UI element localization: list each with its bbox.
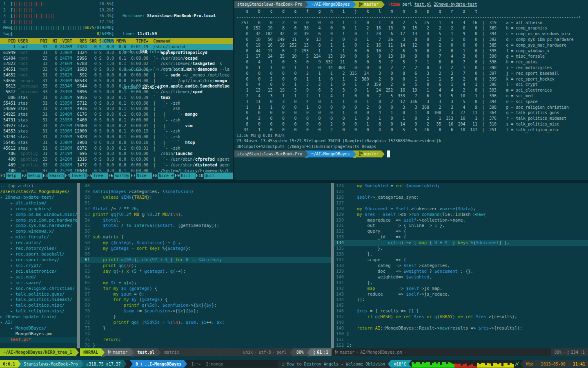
process-row[interactable]: 53294 stas 31 0 2395M 5828 0 S 0.0 0.1 0… (0, 134, 233, 140)
chevron-down-icon[interactable]: ▾ (0, 320, 5, 325)
tree-item[interactable]: ▸ sci.med/ (0, 274, 77, 280)
process-row[interactable]: 486 _spotlig 31 0 2419M 696 0 S 0.0 0.0 … (0, 151, 233, 157)
powerline-arrow-left (388, 360, 391, 368)
editor-left-pane[interactable]: 4849matrix($bayes->categories, \%confusi… (80, 183, 331, 348)
tree-item[interactable]: ▸ comp.sys.mac.hardware/ (0, 223, 77, 229)
tree-item[interactable]: ▸ 20news-bydate-train/ (0, 314, 77, 320)
htop-pane[interactable]: 1 [||||||||||||| 28.5%]2 [||||||||| 19.2… (0, 0, 233, 180)
tree-item[interactable]: ▸ talk.politics.guns/ (0, 292, 77, 297)
fkey-button-nice-[interactable]: Nice - (136, 173, 152, 179)
tree-item[interactable]: ▸ talk.politics.misc/ (0, 303, 77, 308)
tree-item[interactable]: ▸ MongoDBayes/ (0, 325, 77, 331)
process-row[interactable]: 54925 stas 31 0 2948M 6176 0 S 0.0 0.1 0… (0, 112, 233, 117)
chevron-right-icon[interactable]: ▸ (10, 297, 16, 302)
pane-divider-horizontal[interactable] (0, 180, 588, 183)
vim-pane[interactable]: .. (up a dir)/Users/stas/AI-MongoDBayes/… (0, 183, 588, 356)
tmux-other-windows[interactable]: 1:~- 2:mongo (187, 360, 226, 368)
tree-item[interactable]: MongoDBayes.pm (0, 331, 77, 337)
tree-item[interactable]: ▸ soc.religion.christian/ (0, 286, 77, 292)
process-row[interactable]: 54553 stas 31 0 2396M 12000 0 S 0.0 0.1 … (0, 128, 233, 134)
tree-item[interactable]: ▸ rec.sport.baseball/ (0, 251, 77, 257)
tree-item[interactable]: ▸ rec.autos/ (0, 240, 77, 246)
tree-item[interactable]: ▸ rec.sport.hockey/ (0, 257, 77, 263)
tree-up-dir[interactable]: .. (up a dir) (0, 183, 77, 189)
chevron-right-icon[interactable]: ▸ (10, 251, 16, 256)
code-line: 130 mapreduce => $self->collection->name… (334, 218, 588, 223)
chevron-right-icon[interactable]: ▸ (0, 314, 5, 319)
chevron-right-icon[interactable]: ▸ (10, 200, 16, 205)
process-row[interactable]: 489 _spotlig 33 0 2438M 1472 0 S 0.0 0.0… (0, 162, 233, 168)
chevron-right-icon[interactable]: ▸ (10, 325, 16, 330)
fkey-button-search[interactable]: Search (48, 173, 65, 179)
tree-item[interactable]: ▸ comp.graphics/ (0, 206, 77, 212)
chevron-down-icon[interactable]: ▾ (0, 195, 5, 200)
tree-item[interactable]: ▸ talk.religion.misc/ (0, 308, 77, 314)
chevron-right-icon[interactable]: ▸ (10, 234, 16, 239)
code-line: 65 my $i = q(a); (80, 280, 331, 286)
chevron-right-icon[interactable]: ▸ (10, 292, 16, 296)
chevron-right-icon[interactable]: ▸ (10, 212, 16, 217)
chevron-right-icon[interactable]: ▸ (10, 280, 16, 285)
fkey-button-kill[interactable]: Kill (180, 173, 196, 179)
fkey-button-setup[interactable]: Setup (27, 173, 42, 179)
fkey-button-tree[interactable]: Tree (92, 173, 108, 179)
fkey-button-nice+[interactable]: Nice + (158, 173, 174, 179)
chevron-right-icon[interactable]: ▸ (10, 223, 16, 228)
fkey-button-quit[interactable]: Quit (204, 173, 233, 179)
vim-window-separator[interactable] (331, 183, 334, 348)
shell-pane[interactable]: stas@Stanislaws-MacBook-Pro~/AI-MongoDBa… (234, 0, 588, 180)
tree-item[interactable]: test.pl* (0, 337, 77, 343)
process-row[interactable]: 54869 stas 31 0 2394M 4936 0 S 0.0 0.1 0… (0, 106, 233, 112)
chevron-right-icon[interactable]: ▸ (10, 229, 16, 233)
process-row[interactable]: 54731 stas 31 0 2395M 5460 0 S 0.0 0.1 0… (0, 117, 233, 123)
text-cursor[interactable] (387, 150, 390, 157)
tmux-active-window-tab[interactable]: 0⟩..I-MongoDBayes (133, 360, 184, 368)
date-time-widget: Wed ‹ 2013-05-08 ‹ 11:41 (523, 360, 588, 368)
process-row[interactable]: 490 _spotlig 33 0 2420M 1316 0 S 0.0 0.0… (0, 157, 233, 162)
tree-root-path[interactable]: /Users/stas/AI-MongoDBayes/ (0, 189, 77, 195)
tree-item[interactable]: ▾ 20news-bydate-test/ (0, 195, 77, 200)
tree-item[interactable]: ▸ sci.electronics/ (0, 269, 77, 274)
hostname-label: Hostname: (122, 13, 147, 18)
chevron-right-icon[interactable]: ▸ (10, 263, 16, 268)
tree-item[interactable]: ▸ sci.crypt/ (0, 263, 77, 269)
chevron-right-icon[interactable]: ▸ (10, 257, 16, 262)
chevron-right-icon[interactable]: ▸ (10, 240, 16, 245)
editor-right-pane[interactable]: 124 my $weighted = not $nonweighted;1251… (334, 183, 588, 348)
tree-item[interactable]: ▸ comp.os.ms-windows.misc/ (0, 212, 77, 218)
tree-item[interactable]: ▸ comp.windows.x/ (0, 229, 77, 234)
fkey-button-help[interactable]: Help (6, 173, 21, 179)
nerdtree-pane[interactable]: .. (up a dir)/Users/stas/AI-MongoDBayes/… (0, 183, 77, 348)
chevron-right-icon[interactable]: ▸ (10, 274, 16, 279)
code-line: 143 reduce => $self->js_reduce, (334, 292, 588, 297)
chevron-right-icon[interactable]: ▸ (10, 303, 16, 307)
chevron-right-icon[interactable]: ▸ (10, 269, 16, 274)
chevron-right-icon[interactable]: ▸ (10, 246, 16, 251)
tree-item[interactable]: ▸ rec.motorcycles/ (0, 246, 77, 251)
weekday: Wed (526, 362, 533, 366)
chevron-right-icon[interactable]: ▸ (10, 286, 16, 291)
chevron-right-icon[interactable]: ▸ (10, 308, 16, 313)
process-row[interactable]: 45612 stas 31 0 2396M 8372 0 S 0.0 0.1 0… (0, 146, 233, 151)
process-row[interactable]: 55495 stas 31 0 2390M 2908 0 C 0.0 0.0 0… (0, 140, 233, 146)
tree-item[interactable]: ▾ AI/ (0, 320, 77, 325)
tree-item[interactable]: ▸ alt.atheism/ (0, 200, 77, 206)
tree-item[interactable]: ▸ talk.politics.mideast/ (0, 297, 77, 303)
load-1: 1.14 (157, 67, 169, 72)
upload-rate: ⇈17.37 (106, 362, 121, 366)
code-line: 132 query => { (334, 229, 588, 234)
chevron-right-icon[interactable]: ▸ (10, 218, 16, 222)
thin-separator: ‹ (254, 350, 257, 355)
scroll-percent: 80% (293, 348, 307, 356)
chevron-right-icon[interactable]: ▸ (10, 206, 16, 211)
load-15: 1.82 (182, 67, 192, 72)
tree-item[interactable]: ▸ sci.space/ (0, 280, 77, 286)
process-row[interactable]: 54927 stas 31 0 2515M 19460 0 S 0.0 0.2 … (0, 123, 233, 129)
tree-item[interactable]: ▸ misc.forsale/ (0, 234, 77, 240)
tree-item[interactable]: ▸ comp.sys.ibm.pc.hardware/ (0, 218, 77, 223)
vim-window-separator[interactable] (77, 183, 80, 348)
code-line: 71 } (80, 314, 331, 320)
fkey-button-invert[interactable]: Invert (70, 173, 87, 179)
code-line: 67 my $sum = 0; (80, 292, 331, 297)
fkey-button-sortby[interactable]: SortBy (114, 173, 130, 179)
